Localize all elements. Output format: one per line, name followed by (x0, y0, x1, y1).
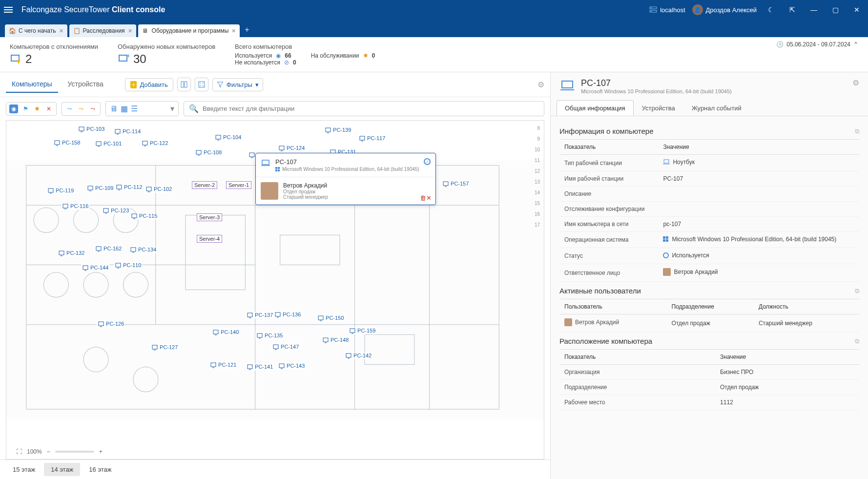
zoom-fit-icon[interactable]: ⛶ (16, 448, 22, 455)
zoom-out-icon[interactable]: − (47, 448, 50, 455)
pc-label[interactable]: PC-140 (211, 329, 240, 336)
view-list-button[interactable] (177, 78, 191, 91)
pc-label[interactable]: PC-126 (97, 321, 125, 328)
pc-label[interactable]: PC-162 (94, 246, 123, 252)
pc-label[interactable]: PC-141 (246, 364, 274, 371)
laptop-icon (663, 159, 670, 166)
pc-label[interactable]: PC-101 (94, 141, 123, 147)
pc-label[interactable]: PC-114 (113, 128, 142, 135)
svg-rect-52 (326, 128, 331, 132)
add-button[interactable]: + Добавить (125, 78, 173, 91)
date-range[interactable]: 🕓 05.06.2024 - 09.07.2024 ⌃ (776, 41, 858, 48)
pc-label[interactable]: Server-3 (197, 213, 222, 221)
pc-label[interactable]: PC-150 (316, 315, 345, 322)
copy-icon[interactable]: ⧉ (855, 127, 859, 135)
zoom-in-icon[interactable]: + (99, 448, 103, 455)
search-input[interactable] (203, 105, 539, 112)
pc-label[interactable]: PC-134 (129, 247, 157, 253)
pc-label[interactable]: PC-136 (273, 312, 302, 318)
pc-label[interactable]: PC-102 (145, 186, 173, 193)
floor-tab-15[interactable]: 15 этаж (6, 463, 42, 476)
pc-label[interactable]: Server-1 (226, 181, 251, 189)
gear-icon[interactable]: ⚙ (852, 78, 859, 87)
filter-service-icon[interactable]: ✹ (33, 104, 41, 113)
detail-tab-devices[interactable]: Устройства (634, 100, 683, 116)
pc-label[interactable]: PC-115 (130, 213, 158, 220)
pc-label[interactable]: PC-158 (53, 140, 81, 146)
pc-label[interactable]: PC-112 (115, 184, 143, 191)
plus-icon: + (130, 81, 137, 88)
pc-label[interactable]: PC-132 (57, 250, 85, 257)
pc-label[interactable]: PC-137 (246, 312, 274, 319)
pc-label[interactable]: PC-119 (46, 187, 75, 194)
pc-label[interactable]: PC-123 (102, 208, 130, 214)
pc-label[interactable]: PC-157 (441, 181, 470, 187)
filter-remove-icon[interactable]: ✕ (44, 104, 53, 113)
zoom-slider[interactable] (55, 451, 94, 453)
copy-icon[interactable]: ⧉ (855, 287, 859, 295)
tab-close-icon[interactable]: ✕ (59, 28, 63, 34)
pc-label[interactable]: PC-159 (348, 328, 376, 334)
pin-icon[interactable]: ⇱ (785, 2, 800, 17)
minimize-button[interactable]: — (806, 2, 821, 17)
gear-icon[interactable]: ⚙ (537, 80, 544, 89)
close-button[interactable]: ✕ (849, 2, 864, 17)
svg-rect-88 (275, 312, 280, 316)
copy-icon[interactable]: ⧉ (855, 337, 859, 345)
maximize-button[interactable]: ▢ (828, 2, 843, 17)
search-row: ◉ ⚑ ✹ ✕ ⤳ ⤳ ⤳ 🖥 ▦ ☰ ▾ 🔍 (0, 97, 550, 120)
avatar-icon: 👤 (692, 4, 703, 15)
pc-label[interactable]: PC-144 (81, 265, 109, 271)
pc-label[interactable]: PC-108 (194, 149, 223, 156)
chevron-up-icon[interactable]: ⌃ (853, 41, 858, 48)
tab-close-icon[interactable]: ✕ (128, 28, 132, 34)
pc-label[interactable]: PC-148 (321, 337, 350, 344)
tab-investigations[interactable]: 📋 Расследования ✕ (69, 24, 136, 37)
tree-del-icon[interactable]: ⤳ (88, 104, 97, 113)
svg-rect-38 (55, 141, 60, 145)
pc-label[interactable]: PC-122 (141, 140, 169, 147)
pc-label[interactable]: PC-109 (86, 185, 114, 192)
floor-plan[interactable]: 891011121314151617 PC-103 PC-114 PC-158 … (6, 120, 544, 459)
computer-icon: 🖥 (142, 27, 149, 34)
pc-label[interactable]: PC-143 (277, 363, 306, 370)
pc-label[interactable]: PC-117 (358, 135, 386, 142)
pc-label[interactable]: PC-124 (277, 145, 306, 152)
pc-label[interactable]: Server-4 (197, 235, 222, 243)
add-tab-button[interactable]: + (242, 22, 252, 37)
pc-label[interactable]: Server-2 (192, 181, 217, 189)
pc-label[interactable]: PC-116 (61, 203, 89, 210)
pc-label[interactable]: PC-104 (214, 134, 242, 141)
floor-tab-14[interactable]: 14 этаж (44, 463, 80, 476)
pc-label[interactable]: PC-142 (344, 353, 372, 359)
tab-getting-started[interactable]: 🏠 С чего начать ✕ (5, 24, 67, 37)
tab-close-icon[interactable]: ✕ (231, 28, 236, 34)
filter-active-icon[interactable]: ◉ (9, 104, 18, 113)
hamburger-menu-icon[interactable] (4, 4, 16, 16)
filter-flag-icon[interactable]: ⚑ (21, 104, 30, 113)
tooltip-delete-icon[interactable]: 🗑✕ (420, 194, 432, 202)
pc-label[interactable]: PC-135 (255, 333, 284, 339)
pc-label[interactable]: PC-121 (209, 362, 237, 369)
pc-label[interactable]: PC-110 (114, 262, 142, 269)
tree-warn-icon[interactable]: ⤳ (77, 104, 85, 113)
filters-button[interactable]: Фильтры ▾ (212, 78, 263, 91)
current-user[interactable]: 👤 Дроздов Алексей (692, 4, 757, 15)
detail-tab-general[interactable]: Общая информация (557, 100, 634, 116)
svg-rect-120 (664, 160, 669, 163)
view-grid-button[interactable] (195, 78, 208, 91)
detail-tab-events[interactable]: Журнал событий (683, 100, 750, 116)
svg-point-10 (200, 83, 201, 83)
pc-label[interactable]: PC-103 (77, 126, 105, 133)
view-mode-dropdown[interactable]: 🖥 ▦ ☰ ▾ (105, 101, 179, 116)
pc-label[interactable]: PC-139 (324, 127, 352, 134)
moon-icon[interactable]: ☾ (764, 2, 778, 17)
pc-label[interactable]: PC-127 (150, 344, 179, 351)
subtab-computers[interactable]: Компьютеры (6, 76, 58, 93)
tab-equipment[interactable]: 🖥 Оборудование и программы ✕ (138, 24, 240, 37)
subtab-devices[interactable]: Устройства (62, 76, 109, 93)
tree-expand-icon[interactable]: ⤳ (65, 104, 74, 113)
pc-label[interactable]: PC-147 (271, 344, 300, 351)
server-host[interactable]: localhost (649, 6, 685, 14)
floor-tab-16[interactable]: 16 этаж (82, 463, 118, 476)
